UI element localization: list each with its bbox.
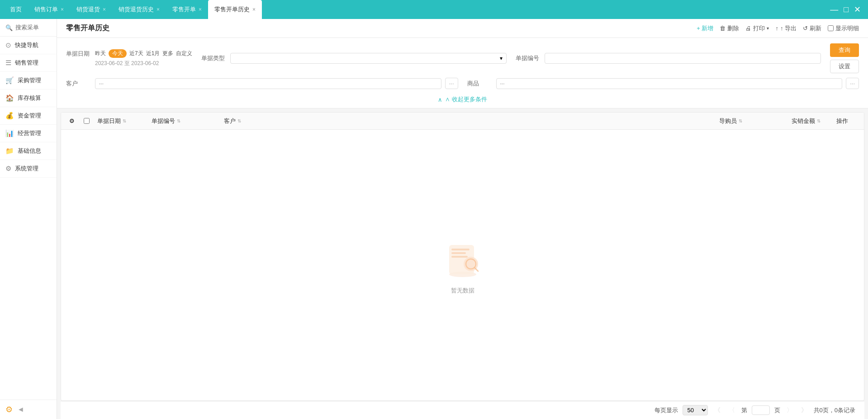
sidebar-item-finance[interactable]: 💰 资金管理 [0, 107, 57, 125]
th-date[interactable]: 单据日期 ⇅ [94, 117, 148, 125]
svg-rect-2 [451, 249, 470, 250]
goods-ellipsis-btn[interactable]: ··· [846, 78, 859, 89]
sidebar-item-ops[interactable]: 📊 经营管理 [0, 125, 57, 142]
table-body: 暂无数据 [61, 130, 864, 400]
number-filter-input[interactable] [545, 53, 821, 64]
next-page-btn[interactable]: 〉 [785, 405, 795, 415]
customer-ellipsis-btn[interactable]: ··· [445, 78, 458, 89]
sidebar-item-inventory[interactable]: 🏠 库存核算 [0, 89, 57, 107]
filter-row-2: 客户 ··· 商品 ··· [66, 78, 859, 89]
goods-filter-input[interactable] [496, 78, 843, 89]
sidebar-collapse-icon[interactable]: ◄ [17, 405, 24, 414]
sidebar-item-sys-mgmt[interactable]: ⚙ 系统管理 [0, 160, 57, 178]
customer-filter-input[interactable] [95, 78, 441, 89]
export-icon: ↑ [775, 25, 778, 32]
close-tab-sales-return[interactable]: × [103, 6, 106, 13]
sidebar-item-sales-mgmt[interactable]: ☰ 销售管理 [0, 54, 57, 72]
refresh-icon: ↺ [803, 25, 808, 32]
goods-filter-label: 商品 [467, 80, 493, 88]
minimize-btn[interactable]: — [830, 5, 838, 14]
sys-mgmt-icon: ⚙ [5, 165, 11, 173]
sort-number-icon: ⇅ [177, 118, 180, 123]
th-customer[interactable]: 客户 ⇅ [220, 117, 716, 125]
settings-button[interactable]: 设置 [830, 60, 859, 73]
tab-retail-open[interactable]: 零售开单 × [166, 0, 208, 19]
display-detail-checkbox[interactable]: 显示明细 [828, 24, 859, 33]
basic-info-icon: 📁 [5, 147, 14, 155]
table-select-all-checkbox[interactable] [79, 118, 94, 124]
date-7days[interactable]: 近7天 [129, 50, 143, 57]
date-1month[interactable]: 近1月 [146, 50, 160, 57]
th-guide[interactable]: 导购员 ⇅ [716, 117, 770, 125]
collapse-icon: ∧ [438, 96, 442, 103]
sort-customer-icon: ⇅ [237, 118, 241, 123]
sort-guide-icon: ⇅ [739, 118, 742, 123]
page-number-input[interactable]: 1 [752, 405, 770, 415]
first-page-btn[interactable]: 《 [712, 405, 722, 415]
date-yesterday[interactable]: 昨天 [95, 50, 106, 57]
maximize-btn[interactable]: □ [844, 5, 849, 14]
delete-icon: 🗑 [720, 25, 726, 32]
sidebar: 🔍 搜索采单 ⊙ 快捷导航 ☰ 销售管理 🛒 采购管理 🏠 库存核算 💰 资金管… [0, 19, 57, 419]
date-custom[interactable]: 自定义 [176, 50, 192, 57]
prev-page-btn[interactable]: 〈 [727, 405, 737, 415]
page-title: 零售开单历史 [66, 24, 109, 33]
sidebar-item-quick-nav[interactable]: ⊙ 快捷导航 [0, 37, 57, 54]
close-btn-window[interactable]: ✕ [854, 5, 861, 14]
add-button[interactable]: + 新增 [697, 24, 713, 33]
tab-sales-return[interactable]: 销货退货 × [70, 0, 112, 19]
close-tab-sales-return-history[interactable]: × [157, 6, 160, 13]
filter-panel: 单据日期 昨天 今天 近7天 近1月 更多 自定义 2023-06-02 至 2… [57, 38, 868, 108]
table-container: ⚙ 单据日期 ⇅ 单据编号 ⇅ 客户 ⇅ 导购员 [61, 112, 864, 401]
tab-sales-return-history[interactable]: 销货退货历史 × [112, 0, 166, 19]
type-filter-dropdown-icon: ▾ [500, 55, 503, 61]
close-tab-sales-order[interactable]: × [61, 6, 64, 13]
customer-filter-label: 客户 [66, 80, 91, 88]
total-count: 共0页，0条记录 [814, 406, 855, 414]
collapse-more-btn[interactable]: ∧ ∧ 收起更多条件 [66, 94, 859, 105]
print-button[interactable]: 🖨 打印 ▾ [745, 24, 769, 33]
search-icon: 🔍 [5, 24, 13, 31]
print-dropdown-icon: ▾ [767, 26, 769, 31]
last-page-btn[interactable]: 》 [799, 405, 809, 415]
type-filter-select[interactable]: ▾ [230, 53, 507, 64]
date-range-text: 2023-06-02 至 2023-06-02 [95, 60, 159, 66]
type-filter-field: 单据类型 ▾ [201, 53, 507, 64]
th-action: 操作 [824, 117, 860, 125]
sort-amount-icon: ⇅ [817, 118, 821, 123]
per-page-label: 每页显示 [655, 406, 678, 414]
sidebar-bottom: ⚙ ◄ [0, 400, 57, 419]
date-filter-field: 单据日期 昨天 今天 近7天 近1月 更多 自定义 2023-06-02 至 2… [66, 49, 192, 67]
inventory-icon: 🏠 [5, 94, 14, 102]
display-detail-input[interactable] [828, 25, 834, 31]
close-tab-retail-open[interactable]: × [199, 6, 202, 13]
quick-nav-icon: ⊙ [5, 41, 11, 49]
query-button[interactable]: 查询 [830, 43, 859, 57]
th-amount[interactable]: 实销金额 ⇅ [770, 117, 824, 125]
tab-home[interactable]: 首页 [4, 0, 28, 19]
main-layout: 🔍 搜索采单 ⊙ 快捷导航 ☰ 销售管理 🛒 采购管理 🏠 库存核算 💰 资金管… [0, 19, 868, 419]
per-page-select[interactable]: 50 100 200 [683, 405, 708, 415]
export-button[interactable]: ↑ ↑ 导出 [775, 24, 797, 33]
date-more[interactable]: 更多 [162, 50, 173, 57]
th-number[interactable]: 单据编号 ⇅ [148, 117, 220, 125]
tab-sales-order[interactable]: 销售订单 × [28, 0, 70, 19]
refresh-button[interactable]: ↺ 刷新 [803, 24, 821, 33]
empty-illustration [440, 236, 485, 281]
sidebar-search[interactable]: 🔍 搜索采单 [0, 19, 57, 37]
toolbar: + 新增 🗑 删除 🖨 打印 ▾ ↑ ↑ 导出 ↺ 刷新 [697, 24, 859, 33]
sales-icon: ☰ [5, 59, 11, 67]
sidebar-item-purchase-mgmt[interactable]: 🛒 采购管理 [0, 72, 57, 89]
sidebar-item-basic-info[interactable]: 📁 基础信息 [0, 142, 57, 160]
filter-row-1: 单据日期 昨天 今天 近7天 近1月 更多 自定义 2023-06-02 至 2… [66, 43, 859, 73]
sidebar-gear-icon[interactable]: ⚙ [5, 405, 13, 414]
action-buttons: 查询 设置 [830, 43, 859, 73]
delete-button[interactable]: 🗑 删除 [720, 24, 739, 33]
close-tab-retail-history[interactable]: × [252, 6, 256, 13]
content-area: 零售开单历史 + 新增 🗑 删除 🖨 打印 ▾ ↑ ↑ 导出 [57, 19, 868, 419]
finance-icon: 💰 [5, 112, 14, 120]
date-today[interactable]: 今天 [109, 49, 127, 58]
table-settings-btn[interactable]: ⚙ [65, 118, 79, 124]
print-icon: 🖨 [745, 25, 751, 32]
tab-retail-history[interactable]: 零售开单历史 × [208, 0, 262, 19]
